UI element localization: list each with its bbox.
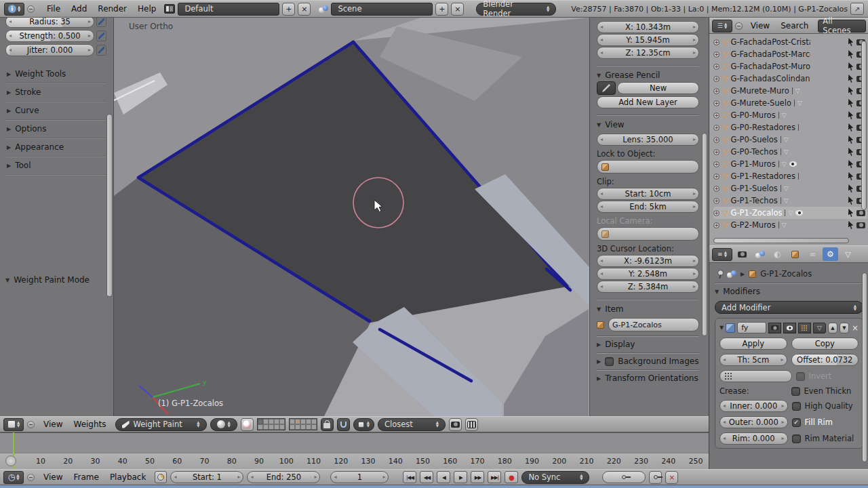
shelf-panel-header[interactable]: ▶ Stroke <box>5 83 106 102</box>
layers-group-2[interactable] <box>289 418 317 430</box>
pivot-point-select[interactable] <box>241 418 254 431</box>
expand-icon[interactable]: + <box>713 64 719 70</box>
location-z-field[interactable]: Z: 12.35cm <box>597 47 699 59</box>
selectable-arrow-icon[interactable] <box>848 136 854 144</box>
rim-material-option[interactable]: Rim Material <box>792 432 859 445</box>
jump-prev-keyframe-button[interactable]: ◀◀ <box>420 471 433 483</box>
editor-type-button[interactable]: ☰▲▼ <box>712 20 732 33</box>
sync-mode-select[interactable]: No Sync▲▼ <box>521 471 589 484</box>
selectable-arrow-icon[interactable] <box>848 184 854 192</box>
layer-cell[interactable] <box>306 419 311 424</box>
shelf-panel-header[interactable]: ▶ Weight Tools <box>5 65 106 83</box>
selectable-arrow-icon[interactable] <box>848 197 854 205</box>
invert-checkbox[interactable] <box>796 372 805 381</box>
menu-item[interactable]: Add <box>66 4 92 14</box>
visibility-eye-icon[interactable] <box>795 210 803 216</box>
timeline-ruler[interactable]: 1020304050607080901001101201301401501601… <box>0 453 709 469</box>
menu-item[interactable]: Weights <box>68 420 111 429</box>
shelf-panel-header[interactable]: ▶ Options <box>5 120 106 138</box>
render-engine-select[interactable]: Blender Render▲▼ <box>476 3 556 16</box>
add-scene-button[interactable]: + <box>435 3 448 16</box>
location-x-field[interactable]: X: 10.343m <box>597 21 699 33</box>
pin-icon[interactable] <box>716 270 723 279</box>
frame-start-field[interactable]: Start: 1 <box>170 471 243 483</box>
use-preview-range-toggle[interactable] <box>155 471 167 483</box>
opengl-render-button[interactable] <box>449 418 462 431</box>
shelf-panel-header[interactable]: ▶ Appearance <box>5 138 106 157</box>
delete-modifier-icon[interactable]: × <box>852 323 859 333</box>
outliner-row[interactable]: + ▽ G-P0-Suelos ▽ <box>713 134 867 146</box>
toolshelf-scrollbar[interactable] <box>106 114 113 297</box>
layer-cell[interactable] <box>295 419 300 424</box>
outliner-row[interactable]: + ▽ G-P1-Zocalos ▽ <box>713 207 867 219</box>
editor-type-button[interactable]: ▲▼ <box>3 418 24 431</box>
copy-button[interactable]: Copy <box>791 338 859 350</box>
layer-cell[interactable] <box>300 424 306 430</box>
menu-item[interactable]: View <box>38 472 68 482</box>
menu-item[interactable]: View <box>745 21 775 30</box>
modifier-editmode-toggle[interactable] <box>798 323 811 333</box>
display-panel-header[interactable]: ▶Display <box>597 340 699 349</box>
menu-item[interactable]: Render <box>92 4 132 14</box>
outliner-row[interactable]: + ▽ G-FachadasColindan <box>713 73 867 85</box>
crease-rim-slider[interactable]: Rim: 0.000 <box>719 432 788 445</box>
cursor-z-field[interactable]: Z: 5.384m <box>597 281 699 293</box>
expand-icon[interactable]: + <box>713 210 719 216</box>
location-y-field[interactable]: Y: 15.945m <box>597 34 699 46</box>
viewport-shading-select[interactable]: ▲▼ <box>210 418 237 431</box>
collapse-menus-button[interactable] <box>27 474 35 481</box>
pressure-toggle-icon[interactable] <box>96 30 106 41</box>
outliner-row[interactable]: + ▽ G-P1-Muros ▽ <box>713 158 867 170</box>
clip-end-field[interactable]: End: 5km <box>597 201 699 213</box>
selectable-arrow-icon[interactable] <box>848 172 854 180</box>
outliner-row[interactable]: + ▽ G-FachadaPost-Crista <box>713 36 867 48</box>
high-quality-option[interactable]: High Quality <box>792 400 859 412</box>
grease-pencil-new-button[interactable]: New <box>617 82 699 94</box>
layer-cell[interactable] <box>258 424 263 430</box>
outliner-row[interactable]: + ▽ G-Murete-Suelo ▽ <box>713 97 867 109</box>
modifier-cage-toggle[interactable]: ▽ <box>813 323 826 333</box>
keying-set-field[interactable] <box>602 471 646 483</box>
grease-pencil-panel-header[interactable]: ▼Grease Pencil <box>597 70 699 80</box>
lock-camera-toggle[interactable] <box>321 418 334 431</box>
selectable-arrow-icon[interactable] <box>848 75 854 83</box>
timeline-canvas[interactable] <box>0 432 709 453</box>
layer-cell[interactable] <box>274 419 279 424</box>
visibility-eye-icon[interactable] <box>789 161 797 167</box>
expand-icon[interactable]: + <box>713 186 719 192</box>
menu-item[interactable]: Help <box>132 4 161 14</box>
selectable-arrow-icon[interactable] <box>848 209 854 217</box>
window-duplicate-icon[interactable]: ↗ <box>850 3 864 15</box>
expand-icon[interactable]: + <box>713 222 719 228</box>
outliner-row[interactable]: + ▽ G-P0-Restadores <box>713 121 867 134</box>
expand-icon[interactable]: + <box>713 137 719 143</box>
expand-icon[interactable]: + <box>713 100 719 106</box>
selectable-arrow-icon[interactable] <box>848 111 854 119</box>
rim-material-checkbox[interactable] <box>792 434 801 443</box>
menu-item[interactable]: View <box>38 420 68 429</box>
clip-start-field[interactable]: Start: 10cm <box>597 188 699 200</box>
layer-cell[interactable] <box>295 424 300 430</box>
expand-icon[interactable]: + <box>713 149 719 155</box>
tab-modifiers[interactable]: ⚙ <box>823 247 838 261</box>
expand-icon[interactable]: + <box>713 125 719 131</box>
outliner-vscrollbar[interactable] <box>861 41 867 210</box>
scene-field[interactable]: Scene <box>331 3 433 16</box>
insert-keyframe-button[interactable] <box>649 471 662 484</box>
layer-cell[interactable] <box>258 419 263 424</box>
mode-select[interactable]: Weight Paint▲▼ <box>115 418 207 431</box>
modifier-name-field[interactable]: fy <box>737 322 766 333</box>
collapse-menus-button[interactable] <box>27 5 35 13</box>
fill-rim-option[interactable]: ✓Fill Rim <box>792 416 859 428</box>
selectable-arrow-icon[interactable] <box>848 62 854 70</box>
high-quality-checkbox[interactable] <box>792 402 801 411</box>
selectable-arrow-icon[interactable] <box>848 99 854 107</box>
item-name-field[interactable]: G-P1-Zocalos <box>608 318 699 331</box>
layer-cell[interactable] <box>269 424 274 430</box>
selectable-arrow-icon[interactable] <box>848 50 854 58</box>
editor-type-button[interactable]: i ▲▼ <box>4 3 24 16</box>
lock-to-object-field[interactable] <box>597 160 699 174</box>
tab-object[interactable] <box>787 247 803 261</box>
expand-icon[interactable]: + <box>713 76 719 82</box>
layer-cell[interactable] <box>263 419 269 424</box>
